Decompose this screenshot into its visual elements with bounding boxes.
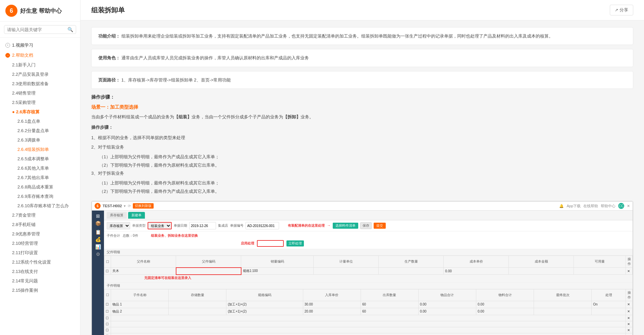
submit-btn[interactable]: 提交 <box>374 223 386 229</box>
topbar-text-center: 帮助中心 <box>601 204 615 209</box>
toolbar-date-input[interactable] <box>189 222 216 229</box>
step2: 2、对于组装业务 <box>91 143 633 152</box>
sidebar-item-dataprep[interactable]: 2.3使用前数据准备 <box>0 79 80 89</box>
toolbar-type-select[interactable]: 库存核算 <box>107 222 130 229</box>
toolbar-order-no-input[interactable] <box>246 222 279 229</box>
select-type-input[interactable] <box>257 240 284 247</box>
sidebar-item-install[interactable]: 2.2产品安装及登录 <box>0 70 80 79</box>
sidebar-icon2: 📦 <box>95 221 101 226</box>
lower-table-row4: ☐ ✕ <box>104 321 633 327</box>
page-title: 组装拆卸单 <box>91 6 125 15</box>
sidebar-item-2-12[interactable]: 2.12系统个性化设置 <box>0 258 80 267</box>
steps-heading: 操作步骤： <box>91 94 633 100</box>
l-cell-spec1: (加工+1)+(2) <box>226 301 303 308</box>
l-cell-itemtotal2: 0.00 <box>418 308 476 315</box>
sidebar-item-2-15[interactable]: 2.15操作案例 <box>0 286 80 295</box>
tab-new-order[interactable]: 新建单 <box>128 212 145 219</box>
cell-available <box>574 268 626 275</box>
toolbar-order-type-select[interactable]: 组装业务 <box>148 222 172 229</box>
sidebar-item-newcomer[interactable]: 2.1新手入门 <box>0 60 80 70</box>
sidebar-icon3: 📋 <box>95 229 101 235</box>
l-cell-inprice1: 30.00 <box>303 301 361 308</box>
tab-inventory[interactable]: 库存核算 <box>107 212 127 219</box>
annotation4-area: 无固定清单可在组装在这里录入 <box>104 275 633 282</box>
l-cell-itemtotal1: 0.00 <box>418 301 476 308</box>
step3-sub2: （2）下部明细为子件明细，最终作为产成品生成其它入库单。 <box>91 187 633 196</box>
l-cell-check2: ☐ <box>104 308 111 315</box>
cell-parent-code <box>176 268 241 275</box>
app-orange-btn[interactable]: 切换到新版 <box>133 203 154 209</box>
lower-table-row3: ☐ ✕ <box>104 315 633 321</box>
topbar-close-icon[interactable]: ✕ <box>627 204 630 208</box>
l-cell-process2 <box>592 308 626 315</box>
sidebar-item-2-6-6[interactable]: 2.6.6其他入库单 <box>0 164 80 173</box>
lower-table-row2: ☐ 物品 2 (加工+1)+(2) 20.00 60 0.00 0.00 <box>104 308 633 315</box>
form-count: 总数：0件 <box>123 233 138 238</box>
sidebar-item-2-6-10[interactable]: 2.6.10库存账本错了怎么办 <box>0 201 80 211</box>
sidebar-item-purchase[interactable]: 2.5采购管理 <box>0 98 80 107</box>
app-title: TEST-H002 <box>103 204 122 208</box>
confirm-btn[interactable]: 选择料件清单 <box>333 223 358 229</box>
l-cell-check4: ☐ <box>104 321 111 327</box>
lcol-spec: 规格编码 <box>226 289 303 301</box>
sidebar-item-2-6-8[interactable]: 2.6.8商品成本重算 <box>0 182 80 192</box>
mock-app: 6 TEST-H002 ▾ ⟳ 切换到新版 🔔 App下载 在线帮助 帮助中心 … <box>92 201 633 335</box>
sidebar-icon1: ⊞ <box>96 213 100 219</box>
sidebar-item-2-6-3[interactable]: 2.6.3调拨单 <box>0 135 80 145</box>
lcol-stock: 存储数量 <box>169 289 226 301</box>
sidebar-item-2-6-4[interactable]: 2.6.4组装拆卸单 <box>0 145 80 154</box>
l-cell-op1: ✕ <box>626 301 633 308</box>
cell-action: ✕ <box>626 268 633 275</box>
sidebar-item-2-9[interactable]: 2.9优惠券管理 <box>0 229 80 239</box>
l-cell-spec2: (加工+1)+(2) <box>226 308 303 315</box>
sidebar-item-2-8[interactable]: 2.8手机旺铺 <box>0 220 80 229</box>
scene1-heading: 场景一：加工类型选择 <box>91 104 633 110</box>
sidebar-item-2-14[interactable]: 2.14常见问题 <box>0 276 80 286</box>
sidebar-item-2-6-2[interactable]: 2.6.2分量盘点单 <box>0 126 80 135</box>
share-button[interactable]: ↗ 分享 <box>610 5 633 15</box>
l-cell-stock1 <box>169 301 226 308</box>
annotation3-text: 启用处理 <box>241 241 254 246</box>
save-btn[interactable]: 保存 <box>360 222 372 229</box>
logo-text: 好生意 帮助中心 <box>20 7 62 15</box>
sidebar-item-inventory[interactable]: ●2.6库存核算 <box>0 107 80 117</box>
app-content: 库存核算 新建单 库存核算 单据类型 组装业务 单据 <box>104 211 633 335</box>
sidebar-item-sales[interactable]: 2.4销售管理 <box>0 89 80 98</box>
search-input[interactable] <box>7 27 67 32</box>
lcol-outqty: 出库数量 <box>361 289 418 301</box>
l-cell-outqty2: 60 <box>361 308 418 315</box>
sidebar-item-videos[interactable]: + 1.视频学习 <box>0 40 80 50</box>
upper-table-header: ☐ 父件名称 父件编码 销量编码 计量单位 生产数量 成本单价 成本金额 可用量 <box>104 256 633 268</box>
l-cell-outqty1: 60 <box>361 301 418 308</box>
annotation4-text: 无固定清单可在组装在这里录入 <box>144 276 191 280</box>
sidebar-item-2-6-7[interactable]: 2.6.7其他出库单 <box>0 173 80 182</box>
share-label: 分享 <box>620 7 628 13</box>
sidebar-item-2-13[interactable]: 2.13在线支付 <box>0 267 80 276</box>
sidebar-item-2-6-1[interactable]: 2.6.1盘点单 <box>0 117 80 126</box>
step3-sub1: （1）上部明细为父件明细，最终作为原材料生成其它出库单； <box>91 179 633 187</box>
form-row1: 子件合计 总数：0件 组装业务、拆卸业务在这里切换 <box>107 233 630 238</box>
intro-text: 组装拆卸单用来处理企业组装或拆卸等加工业务，支持有固定装配清单的产品加工业务，也… <box>121 34 553 39</box>
col-unit: 计量单位 <box>314 256 379 268</box>
sidebar-item-2-10[interactable]: 2.10经营管理 <box>0 239 80 248</box>
topbar-text-help: 在线帮助 <box>583 204 598 209</box>
col-sku: 销量编码 <box>241 256 314 268</box>
annotation1-text: 有装配清单的在这里处理 <box>288 224 325 227</box>
l-cell-check5: ☐ <box>104 327 111 333</box>
sidebar-item-docs[interactable]: － 2.帮助文档 <box>0 50 80 60</box>
sidebar-item-2-6-9[interactable]: 2.6.9库存账本查询 <box>0 192 80 201</box>
app-sync-icon: ⟳ <box>128 204 131 208</box>
intro-block: 功能介绍： 组装拆卸单用来处理企业组装或拆卸等加工业务，支持有固定装配清单的产品… <box>91 27 633 45</box>
search-icon[interactable]: 🔍 <box>67 27 73 32</box>
sidebar-item-2-6-5[interactable]: 2.6.5成本调整单 <box>0 154 80 164</box>
l-cell-empty6 <box>111 333 626 335</box>
nav-list: + 1.视频学习 － 2.帮助文档 2.1新手入门 2.2产品安装及登录 2.3… <box>0 38 80 335</box>
logo-icon: 6 <box>5 5 17 17</box>
apply-btn[interactable]: 立即处理 <box>286 240 304 246</box>
sidebar-item-2-7[interactable]: 2.7资金管理 <box>0 211 80 220</box>
l-cell-op3: ✕ <box>626 315 633 321</box>
l-cell-check6: ☐ <box>104 333 111 335</box>
sidebar-item-2-11[interactable]: 2.11打印设置 <box>0 248 80 258</box>
cell-unit <box>314 268 379 275</box>
l-cell-batch1 <box>534 301 592 308</box>
